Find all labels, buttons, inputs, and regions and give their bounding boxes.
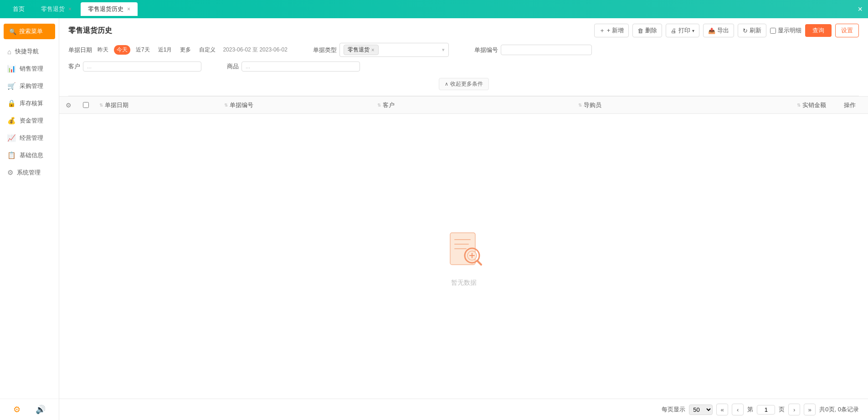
select-all-checkbox[interactable] (83, 102, 89, 108)
date-label: 单据日期 (68, 46, 92, 54)
sidebar-item-basic[interactable]: 📋 基础信息 (0, 147, 59, 164)
date-btn-7days[interactable]: 近7天 (133, 45, 153, 55)
export-button[interactable]: 📤 导出 (703, 24, 734, 37)
empty-state: 暂无数据 (59, 114, 868, 399)
delete-button[interactable]: 🗑 删除 (632, 24, 662, 37)
tab-home[interactable]: 首页 (5, 2, 32, 16)
first-page-button[interactable]: « (716, 404, 728, 415)
date-btn-today[interactable]: 今天 (114, 45, 130, 55)
prev-page-button[interactable]: ‹ (732, 404, 744, 415)
doc-number-filter: 单据编号 (474, 45, 592, 55)
goods-select[interactable]: ... (241, 61, 360, 72)
customer-select[interactable]: ... (83, 61, 201, 72)
th-number: ⇅ 单据编号 (219, 101, 372, 109)
sales-icon: 📊 (7, 65, 16, 73)
sort-icon-amount: ⇅ (797, 102, 801, 108)
th-amount: ⇅ 实销金额 (726, 101, 832, 109)
print-button[interactable]: 🖨 打印 ▾ (666, 24, 699, 37)
goods-filter: 商品 ... (227, 61, 360, 72)
date-range-display: 2023-06-02 至 2023-06-02 (223, 46, 287, 54)
date-btn-more[interactable]: 更多 (177, 45, 194, 55)
doc-number-input[interactable] (501, 45, 592, 55)
show-detail-checkbox-label[interactable]: 显示明细 (770, 26, 801, 35)
sidebar-sound-icon[interactable]: 🔊 (36, 405, 46, 415)
goods-placeholder: ... (246, 63, 250, 70)
chevron-up-icon: ∧ (445, 81, 448, 87)
next-page-button[interactable]: › (788, 404, 800, 415)
doc-type-label: 单据类型 (313, 46, 337, 54)
window-close-button[interactable]: × (858, 5, 863, 14)
sort-icon-guide: ⇅ (578, 102, 582, 108)
sidebar: 🔍 搜索菜单 ⌂ 快捷导航 📊 销售管理 🛒 采购管理 🔒 库存核算 💰 资金管… (0, 18, 59, 420)
empty-text: 暂无数据 (451, 279, 477, 287)
settings-button[interactable]: 设置 (835, 24, 859, 37)
filter-area: 单据日期 昨天 今天 近7天 近1月 更多 自定义 2023-06-02 至 2… (68, 43, 859, 96)
page-number-input[interactable] (757, 405, 775, 415)
sidebar-item-label: 销售管理 (20, 65, 43, 73)
sidebar-item-label: 经营管理 (20, 134, 43, 142)
page-unit: 页 (779, 405, 785, 414)
sort-icon-number: ⇅ (224, 102, 228, 108)
filter-row-2: 客户 ... 商品 ... (68, 61, 859, 72)
sidebar-item-finance[interactable]: 💰 资金管理 (0, 112, 59, 129)
basic-icon: 📋 (7, 151, 16, 159)
th-operation: 操作 (832, 101, 868, 109)
search-icon: 🔍 (9, 28, 16, 35)
th-checkbox[interactable] (77, 102, 94, 108)
top-bar: 首页 零售退货 × 零售退货历史 × × (0, 0, 868, 18)
page-word: 第 (747, 405, 753, 414)
delete-icon: 🗑 (637, 27, 643, 34)
sidebar-item-stock[interactable]: 🔒 库存核算 (0, 95, 59, 112)
collapse-filter-button[interactable]: ∧ 收起更多条件 (439, 78, 489, 90)
page-size-select[interactable]: 2050100 (689, 405, 713, 415)
sidebar-item-quick-nav[interactable]: ⌂ 快捷导航 (0, 43, 59, 60)
doc-type-select[interactable]: 零售退货 × ▾ (339, 43, 449, 57)
export-icon: 📤 (708, 27, 715, 34)
sidebar-settings-icon[interactable]: ⚙ (13, 405, 21, 415)
total-label: 共0页, 0条记录 (819, 405, 859, 414)
operation-icon: 📈 (7, 134, 16, 142)
page-size-label: 每页显示 (662, 405, 685, 414)
doc-number-label: 单据编号 (474, 46, 498, 54)
tab-close-history[interactable]: × (127, 6, 130, 12)
refresh-button[interactable]: ↻ 刷新 (738, 24, 766, 37)
sidebar-item-label: 基础信息 (20, 151, 43, 159)
refresh-icon: ↻ (743, 27, 748, 34)
date-btn-yesterday[interactable]: 昨天 (95, 45, 111, 55)
finance-icon: 💰 (7, 117, 16, 125)
sidebar-item-system[interactable]: ⚙ 系统管理 (0, 164, 59, 181)
new-button[interactable]: ＋ + 新增 (594, 24, 629, 37)
sidebar-item-sales[interactable]: 📊 销售管理 (0, 60, 59, 77)
date-btn-custom[interactable]: 自定义 (196, 45, 218, 55)
tab-retail-return[interactable]: 零售退货 × (34, 2, 79, 16)
th-date: ⇅ 单据日期 (94, 101, 219, 109)
table-container: ⚙ ⇅ 单据日期 ⇅ 单据编号 ⇅ 客户 ⇅ (59, 97, 868, 399)
date-btn-1month[interactable]: 近1月 (155, 45, 175, 55)
sidebar-item-operation[interactable]: 📈 经营管理 (0, 129, 59, 147)
sidebar-item-purchase[interactable]: 🛒 采购管理 (0, 77, 59, 95)
th-customer: ⇅ 客户 (372, 101, 572, 109)
sidebar-item-label: 快捷导航 (15, 47, 39, 56)
table-settings-icon[interactable]: ⚙ (66, 102, 72, 109)
goods-label: 商品 (227, 62, 239, 71)
home-icon: ⌂ (7, 48, 11, 56)
th-guide: ⇅ 导购员 (573, 101, 726, 109)
new-icon: ＋ (599, 26, 605, 35)
tag-close-icon[interactable]: × (371, 47, 375, 53)
table-header: ⚙ ⇅ 单据日期 ⇅ 单据编号 ⇅ 客户 ⇅ (59, 97, 868, 114)
search-label: 搜索菜单 (19, 27, 43, 36)
page-title-row: 零售退货历史 ＋ + 新增 🗑 删除 🖨 打印 ▾ (68, 24, 859, 37)
tab-close-retail-return[interactable]: × (68, 6, 72, 12)
query-button[interactable]: 查询 (805, 24, 832, 37)
th-settings[interactable]: ⚙ (59, 102, 77, 109)
print-icon: 🖨 (671, 27, 677, 34)
filter-row-1: 单据日期 昨天 今天 近7天 近1月 更多 自定义 2023-06-02 至 2… (68, 43, 859, 57)
sort-icon-date: ⇅ (99, 102, 103, 108)
sidebar-search[interactable]: 🔍 搜索菜单 (4, 24, 55, 39)
sort-icon-customer: ⇅ (377, 102, 381, 108)
tab-retail-return-history[interactable]: 零售退货历史 × (81, 2, 138, 16)
last-page-button[interactable]: » (804, 404, 816, 415)
stock-icon: 🔒 (7, 99, 16, 108)
page-title: 零售退货历史 (68, 26, 112, 36)
show-detail-checkbox[interactable] (770, 28, 776, 34)
